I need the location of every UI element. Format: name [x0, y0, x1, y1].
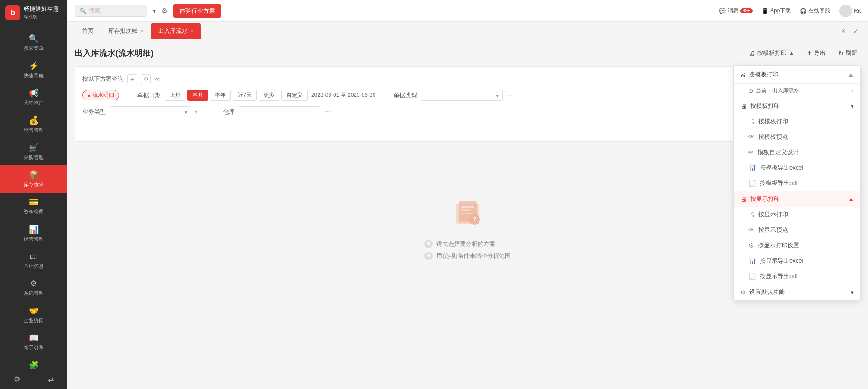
disp-pdf-label: 按显示导出pdf: [760, 272, 798, 280]
settings-bottom-icon[interactable]: ⚙: [14, 375, 20, 384]
collapse-sidebar-icon[interactable]: ⇄: [48, 375, 54, 384]
sidebar-item-system[interactable]: ⚙ 系统管理: [0, 274, 67, 301]
sidebar-item-purchase[interactable]: 🛒 采购管理: [0, 138, 67, 165]
sidebar-item-label-search: 搜索菜单: [24, 45, 44, 52]
system-icon: ⚙: [30, 279, 37, 289]
panel-item-template-custom[interactable]: ✏ 模板自定义设计: [734, 145, 860, 160]
template-section-chevron: ▾: [851, 103, 854, 110]
display-section-header[interactable]: 🖨 按显示打印 ▲: [734, 191, 860, 207]
sub-pdf-icon: 📄: [748, 180, 756, 187]
page-title: 出入库流水(流水明细): [75, 48, 154, 59]
template-section-header[interactable]: 🖨 按模板打印 ▾: [734, 98, 860, 114]
date-filter-group: 单据日期 上月 本月 本年 近7天 更多 自定义 2023-06-01 至 20…: [137, 90, 375, 101]
page-content: 出入库流水(流水明细) 🖨 按模板打印 ▲ ⬆ 导出 ↻ 刷新: [67, 40, 868, 389]
tab-batch-close[interactable]: ×: [140, 28, 144, 34]
set-default-arrow: ▾: [851, 289, 854, 296]
panel-item-display-excel[interactable]: 📊 按显示导出excel: [734, 253, 860, 269]
set-default-icon: ⚙: [740, 289, 746, 296]
page-header: 出入库流水(流水明细) 🖨 按模板打印 ▲ ⬆ 导出 ↻ 刷新: [75, 47, 861, 59]
sidebar-item-guide[interactable]: 📖 新手引导: [0, 329, 67, 356]
date-btn-this-month[interactable]: 本月: [187, 90, 208, 101]
panel-item-display-pdf[interactable]: 📄 按显示导出pdf: [734, 269, 860, 284]
panel-printer-icon: 🖨: [740, 71, 746, 78]
add-filter-button[interactable]: +: [127, 74, 137, 84]
sidebar-item-inventory[interactable]: 📦 库存核算: [0, 165, 67, 193]
panel-template-section: 🖨 按模板打印 ▾ 🖨 按模板打印 👁 按模板预览 ✏ 模板自定义设计: [734, 98, 860, 191]
filter-chip-flow[interactable]: ● 流水明细: [82, 90, 119, 100]
tab-batch-label: 库存批次账: [108, 27, 138, 35]
sidebar-item-label-shortcut: 快捷导航: [24, 72, 44, 79]
sidebar-item-sales[interactable]: 💰 销售管理: [0, 111, 67, 138]
page-actions: 🖨 按模板打印 ▲ ⬆ 导出 ↻ 刷新: [746, 47, 861, 59]
maximize-window-button[interactable]: ⤢: [852, 26, 861, 35]
svg-rect-3: [461, 209, 471, 211]
sidebar-item-label-sales: 销售管理: [24, 127, 44, 134]
tab-batch[interactable]: 库存批次账 ×: [101, 23, 151, 39]
filter-collapse-button[interactable]: ≪: [155, 76, 160, 82]
sidebar-item-marketing[interactable]: 📢 营销推广: [0, 84, 67, 111]
panel-item-display-settings[interactable]: ⚙ 按显示打印设置: [734, 238, 860, 253]
sidebar-item-label-cooperation: 企业协同: [24, 317, 44, 324]
panel-item-display-preview[interactable]: 👁 按显示预览: [734, 222, 860, 238]
tab-flow-close[interactable]: ×: [190, 28, 194, 34]
date-btn-more[interactable]: 更多: [259, 90, 279, 101]
sidebar-item-finance[interactable]: 💳 资金管理: [0, 193, 67, 220]
close-window-button[interactable]: ✕: [839, 26, 848, 35]
panel-current-label: ⊙ 当前：出入库流水: [748, 87, 799, 95]
panel-item-template-preview[interactable]: 👁 按模板预览: [734, 129, 860, 145]
doc-type-select-wrapper[interactable]: [421, 90, 503, 101]
disp-print-label: 按显示打印: [758, 210, 788, 219]
export-button[interactable]: ⬆ 导出: [803, 47, 829, 59]
sidebar-item-basic[interactable]: 🗂 基础信息: [0, 247, 67, 274]
doc-type-select[interactable]: [421, 90, 503, 101]
sidebar-item-cooperation[interactable]: 🤝 企业协同: [0, 301, 67, 329]
date-btn-custom[interactable]: 自定义: [281, 90, 308, 101]
panel-collapse-button[interactable]: ▲: [848, 71, 854, 78]
empty-step-1: ❶ 请先选择要分析的方案: [424, 238, 510, 250]
disp-excel-icon: 📊: [748, 257, 756, 264]
sub-preview-icon: 👁: [748, 133, 755, 140]
business-type-select[interactable]: [110, 106, 191, 117]
sidebar-item-operation[interactable]: 📊 经营管理: [0, 220, 67, 247]
tabs-right-actions: ✕ ⤢: [839, 26, 861, 35]
online-service-button[interactable]: 🎧 在线客服: [800, 7, 830, 15]
doc-type-group: 单据类型 ⋯: [394, 90, 512, 101]
warehouse-more-button[interactable]: ⋯: [325, 109, 330, 115]
industry-solution-button[interactable]: 体验行业方案: [173, 4, 221, 18]
panel-set-default[interactable]: ⚙ 设置默认功能 ▾: [734, 284, 860, 300]
app-download-button[interactable]: 📱 App下载: [762, 7, 791, 15]
business-type-dropdown-icon[interactable]: ▾: [195, 109, 198, 115]
sidebar-item-shortcut[interactable]: ⚡ 快捷导航: [0, 56, 67, 84]
date-btn-last-month[interactable]: 上月: [165, 90, 185, 101]
panel-item-template-excel[interactable]: 📊 按模板导出excel: [734, 160, 860, 175]
tab-home[interactable]: 首页: [75, 23, 101, 39]
search-icon: 🔍: [29, 34, 39, 44]
topbar-search-box[interactable]: 🔍 搜索: [75, 5, 147, 17]
topbar-gear-icon[interactable]: ⚙: [161, 6, 168, 15]
tab-flow[interactable]: 出入库流水 ×: [151, 23, 201, 39]
sidebar-item-app-center[interactable]: 🧩 应用中心: [0, 356, 67, 369]
doc-type-more-btn[interactable]: ⋯: [506, 92, 512, 99]
business-type-select-wrapper[interactable]: [110, 106, 191, 117]
panel-item-template-print[interactable]: 🖨 按模板打印: [734, 114, 860, 129]
message-button[interactable]: 💬 消息 99+: [719, 7, 753, 15]
date-btn-7-days[interactable]: 近7天: [233, 90, 257, 101]
panel-header-title: 🖨 按模板打印: [740, 70, 778, 79]
refresh-button[interactable]: ↻ 刷新: [835, 47, 861, 59]
chip-icon: ●: [87, 92, 90, 99]
panel-item-display-print[interactable]: 🖨 按显示打印: [734, 207, 860, 222]
sub-print-label: 按模板打印: [758, 117, 788, 125]
sidebar-item-search[interactable]: 🔍 搜索菜单: [0, 29, 67, 56]
user-avatar-button[interactable]: Rit: [839, 5, 861, 17]
filter-setting-button[interactable]: ⚙: [141, 74, 151, 84]
sidebar-nav: 🔍 搜索菜单 ⚡ 快捷导航 📢 营销推广 💰 销售管理 🛒 采购管理 📦 库存核…: [0, 25, 67, 369]
date-btn-this-year[interactable]: 本年: [210, 90, 231, 101]
topbar-dropdown-button[interactable]: ▾: [153, 7, 156, 15]
print-template-button[interactable]: 🖨 按模板打印 ▲: [746, 47, 798, 59]
sidebar-item-label-inventory: 库存核算: [24, 181, 44, 188]
panel-item-template-pdf[interactable]: 📄 按模板导出pdf: [734, 175, 860, 191]
warehouse-input[interactable]: [239, 106, 320, 117]
current-icon: ⊙: [748, 88, 753, 94]
print-dropdown-panel: 🖨 按模板打印 ▲ ⊙ 当前：出入库流水 ▾ 🖨 按模板打印: [733, 65, 861, 300]
filter-actions: 按以下方案查询 + ⚙ ≪: [82, 74, 160, 84]
